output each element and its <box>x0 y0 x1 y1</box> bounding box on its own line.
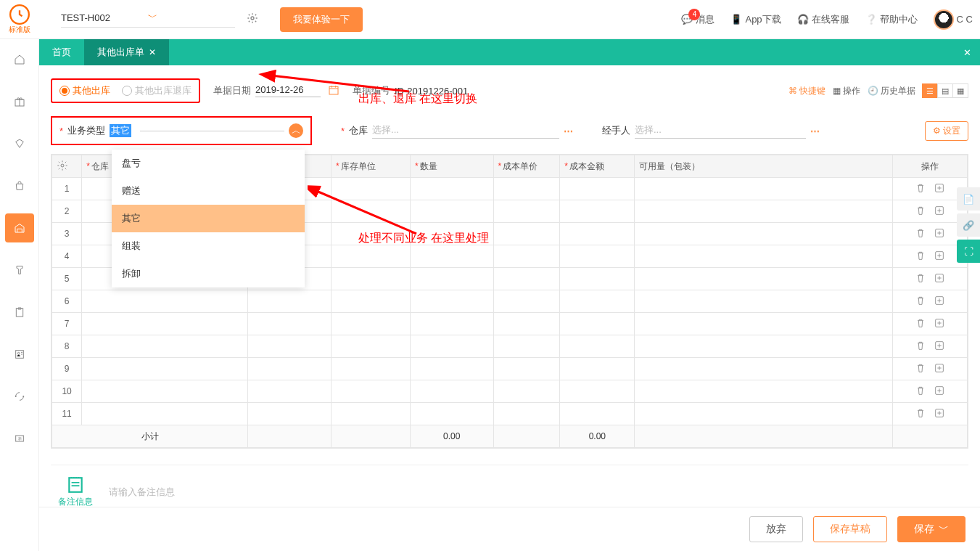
radio-return[interactable]: 其他出库退库 <box>122 84 192 97</box>
nav-money[interactable] <box>5 256 34 285</box>
nav-warehouse[interactable] <box>5 213 34 242</box>
delete-row-icon[interactable] <box>915 272 926 286</box>
add-row-icon[interactable] <box>934 182 945 196</box>
col-ops: 操作 <box>892 155 967 178</box>
subtotal-qty: 0.00 <box>410 425 493 448</box>
add-row-icon[interactable] <box>934 385 945 399</box>
delete-row-icon[interactable] <box>915 340 926 354</box>
close-all-tabs[interactable]: ✕ <box>954 39 980 65</box>
table-row[interactable]: 6 <box>52 290 968 313</box>
save-draft-button[interactable]: 保存草稿 <box>813 516 887 542</box>
add-row-icon[interactable] <box>934 340 945 354</box>
nav-home[interactable] <box>5 45 34 74</box>
row-index: 11 <box>52 403 82 425</box>
add-row-icon[interactable] <box>934 362 945 376</box>
svg-point-6 <box>15 396 16 397</box>
delete-row-icon[interactable] <box>915 182 926 196</box>
shortcut-link[interactable]: ⌘快捷键 <box>788 85 825 97</box>
gear-icon <box>57 160 68 171</box>
tab-bar: 首页 其他出库单 ✕ ✕ <box>39 39 980 65</box>
more-icon[interactable]: ⋯ <box>810 126 820 136</box>
table-row[interactable]: 7 <box>52 313 968 335</box>
add-row-icon[interactable] <box>934 317 945 331</box>
help-link[interactable]: ❔ 帮助中心 <box>865 13 918 26</box>
chevron-up-icon[interactable]: ︿ <box>289 123 303 138</box>
user-menu[interactable]: C C <box>934 9 973 30</box>
settings-button[interactable]: ⚙ 设置 <box>925 121 968 141</box>
tab-home[interactable]: 首页 <box>39 39 84 65</box>
nav-clipboard[interactable] <box>5 298 34 327</box>
note-icon <box>66 476 85 494</box>
biz-type-value: 其它 <box>110 124 131 137</box>
view-list-icon[interactable]: ☰ <box>922 83 938 98</box>
float-expand-icon[interactable]: ⛶ <box>957 240 980 263</box>
view-grid-icon[interactable]: ▦ <box>952 83 968 98</box>
doc-type-radio-group: 其他出库 其他出库退库 <box>51 78 200 103</box>
radio-outbound[interactable]: 其他出库 <box>59 84 110 97</box>
delete-row-icon[interactable] <box>915 362 926 376</box>
option-assemble[interactable]: 组装 <box>112 232 305 260</box>
messages-link[interactable]: 💬 消息 4 <box>681 13 715 26</box>
save-button[interactable]: 保存 ﹀ <box>897 516 965 542</box>
table-row[interactable]: 10 <box>52 380 968 403</box>
annotation-text-1: 出库、退库 在这里切换 <box>358 91 477 107</box>
nav-new[interactable]: 新 <box>5 424 34 453</box>
delete-row-icon[interactable] <box>915 295 926 309</box>
more-icon[interactable]: ⋯ <box>564 126 573 136</box>
table-row[interactable]: 9 <box>52 358 968 380</box>
discard-button[interactable]: 放弃 <box>749 516 803 542</box>
remark-input[interactable] <box>106 479 961 505</box>
history-link[interactable]: 🕘历史单据 <box>868 85 915 97</box>
add-row-icon[interactable] <box>934 407 945 421</box>
float-note-icon[interactable]: 📄 <box>957 187 980 211</box>
nav-bag[interactable] <box>5 171 34 200</box>
delete-row-icon[interactable] <box>915 407 926 421</box>
warehouse-field[interactable]: * 仓库 选择... ⋯ <box>341 123 573 139</box>
float-toolbar: 📄 🔗 ⛶ <box>957 187 980 266</box>
option-loss[interactable]: 盘亏 <box>112 150 305 177</box>
user-name: C C <box>957 14 973 25</box>
tab-other-outbound[interactable]: 其他出库单 ✕ <box>84 39 169 65</box>
app-download-link[interactable]: 📱 App下载 <box>730 13 781 26</box>
close-icon[interactable]: ✕ <box>149 47 156 57</box>
delete-row-icon[interactable] <box>915 250 926 264</box>
delete-row-icon[interactable] <box>915 227 926 241</box>
nav-diamond[interactable] <box>5 129 34 158</box>
table-row[interactable]: 8 <box>52 335 968 358</box>
add-row-icon[interactable] <box>934 205 945 219</box>
option-disassemble[interactable]: 拆卸 <box>112 260 305 287</box>
nav-cycle[interactable] <box>5 382 34 411</box>
view-compact-icon[interactable]: ▤ <box>937 83 953 98</box>
delete-row-icon[interactable] <box>915 205 926 219</box>
nav-gift[interactable] <box>5 87 34 116</box>
add-row-icon[interactable] <box>934 272 945 286</box>
support-label: 在线客服 <box>812 13 849 26</box>
gear-icon[interactable] <box>247 12 258 26</box>
add-row-icon[interactable] <box>934 227 945 241</box>
calendar-icon[interactable] <box>328 84 339 98</box>
delete-row-icon[interactable] <box>915 385 926 399</box>
option-gift[interactable]: 赠送 <box>112 177 305 205</box>
trial-button[interactable]: 我要体验一下 <box>280 7 363 32</box>
float-link-icon[interactable]: 🔗 <box>957 213 980 237</box>
biz-type-field[interactable]: * 业务类型 其它 ︿ <box>59 123 303 138</box>
operate-link[interactable]: ▦操作 <box>833 85 860 97</box>
side-nav: 新 <box>0 39 39 551</box>
add-row-icon[interactable] <box>934 295 945 309</box>
add-row-icon[interactable] <box>934 250 945 264</box>
doc-date-label: 单据日期 <box>213 84 251 97</box>
store-selector[interactable]: TEST-H002 ﹀ <box>61 11 235 28</box>
col-gear[interactable] <box>52 155 82 178</box>
doc-date-value[interactable]: 2019-12-26 <box>255 84 321 97</box>
keyboard-icon: ⌘ <box>788 86 797 96</box>
support-link[interactable]: 🎧 在线客服 <box>797 13 849 26</box>
store-name: TEST-H002 <box>61 12 148 23</box>
option-other[interactable]: 其它 <box>112 205 305 232</box>
nav-contacts[interactable] <box>5 340 34 369</box>
delete-row-icon[interactable] <box>915 317 926 331</box>
handler-field[interactable]: 经手人 选择... ⋯ <box>602 123 820 139</box>
table-row[interactable]: 11 <box>52 403 968 425</box>
operate-label: 操作 <box>843 85 860 97</box>
top-header: 标准版 TEST-H002 ﹀ 我要体验一下 💬 消息 4 📱 App下载 🎧 … <box>0 0 980 39</box>
row-index: 1 <box>52 178 82 200</box>
